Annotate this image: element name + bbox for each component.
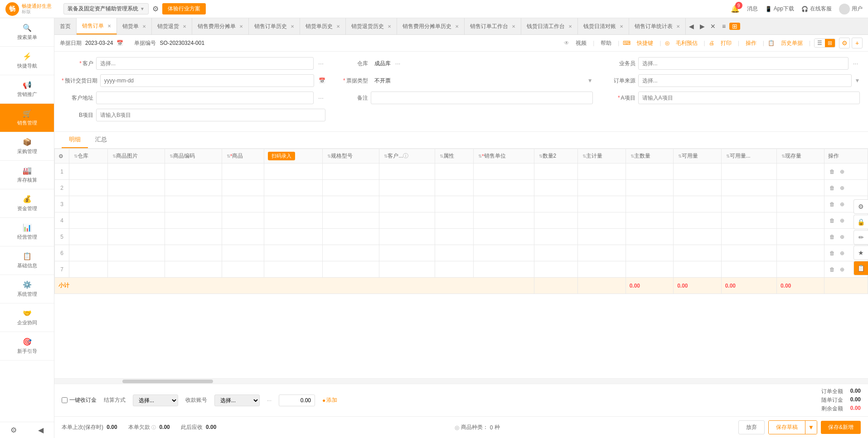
cell-customer-code[interactable] — [379, 196, 435, 212]
add-item-icon[interactable]: + — [852, 38, 863, 48]
tab-nav-menu[interactable]: ≡ — [718, 23, 729, 30]
sidebar-item-stock[interactable]: 🏭 库存核算 — [0, 161, 54, 189]
side-clipboard-icon[interactable]: 📋 — [853, 261, 868, 275]
addr-more-icon[interactable]: ··· — [316, 94, 325, 101]
cell-qty2[interactable] — [534, 180, 578, 196]
sidebar-item-enterprise[interactable]: 🤝 企业协同 — [0, 303, 54, 332]
cell-attr[interactable] — [435, 261, 473, 278]
copy-row-icon[interactable]: ⊕ — [838, 168, 846, 176]
cell-spec[interactable] — [322, 180, 379, 196]
list-view-btn[interactable]: ☰ — [815, 39, 825, 47]
sidebar-item-basic[interactable]: 📋 基础信息 — [0, 246, 54, 275]
cell-customer-code[interactable] — [379, 229, 435, 245]
app-download[interactable]: 📱 App下载 — [765, 5, 794, 13]
tab-nav-close[interactable]: ✕ — [708, 23, 718, 30]
profit-btn[interactable]: 毛利预估 — [673, 39, 700, 48]
tab-close-icon[interactable]: ✕ — [620, 24, 623, 29]
cell-warehouse[interactable] — [69, 164, 108, 180]
history-btn[interactable]: 历史单据 — [778, 39, 805, 48]
cell-product-code[interactable] — [165, 196, 222, 212]
cell-main-qty[interactable] — [626, 229, 674, 245]
cell-attr[interactable] — [435, 196, 473, 212]
copy-row-icon[interactable]: ⊕ — [838, 184, 846, 192]
sidebar-item-marketing[interactable]: 📢 营销推广 — [0, 75, 54, 104]
tab-close-icon[interactable]: ✕ — [336, 24, 340, 29]
delete-row-icon[interactable]: 🗑 — [828, 233, 836, 241]
notification-area[interactable]: 🔔 9 — [731, 5, 740, 13]
cell-qty2[interactable] — [534, 164, 578, 180]
tab-nav-next[interactable]: ▶ — [697, 23, 708, 30]
cell-attr[interactable] — [435, 245, 473, 261]
cell-qty2[interactable] — [534, 196, 578, 212]
salesperson-input[interactable] — [638, 57, 849, 70]
cell-warehouse[interactable] — [69, 196, 108, 212]
system-selector[interactable]: 装备及固定资产辅助管理系统 ▼ — [63, 3, 149, 14]
tab-nav-fullscreen[interactable]: ⊞ — [729, 23, 740, 30]
save-draft-dropdown-btn[interactable]: ▼ — [805, 421, 817, 434]
a-project-input[interactable] — [638, 91, 860, 104]
tab-close-icon[interactable]: ✕ — [142, 24, 146, 29]
cell-main-qty[interactable] — [626, 245, 674, 261]
operation-btn[interactable]: 操作 — [743, 39, 759, 48]
sidebar-item-newguide[interactable]: 🎯 新手引导 — [0, 332, 54, 361]
tab-sales-return-history[interactable]: 销货单历史 ✕ — [300, 18, 346, 34]
tab-close-icon[interactable]: ✕ — [107, 24, 111, 29]
sidebar-item-sales[interactable]: 🛒 销售管理 — [0, 104, 54, 132]
discard-btn[interactable]: 放弃 — [738, 420, 765, 434]
cell-attr[interactable] — [435, 229, 473, 245]
warehouse-more-icon[interactable]: ··· — [393, 60, 402, 67]
cell-product[interactable] — [222, 261, 264, 278]
cell-main-qty[interactable] — [626, 164, 674, 180]
tab-close-icon[interactable]: ✕ — [568, 24, 572, 29]
tab-summary[interactable]: 汇总 — [88, 132, 114, 148]
cell-qty2[interactable] — [534, 229, 578, 245]
cell-spec[interactable] — [322, 261, 379, 278]
tab-close-icon[interactable]: ✕ — [291, 24, 294, 29]
cell-sales-unit[interactable] — [474, 245, 534, 261]
side-lock-icon[interactable]: 🔒 — [853, 215, 868, 229]
sidebar-item-purchase[interactable]: 📦 采购管理 — [0, 132, 54, 161]
copy-row-icon[interactable]: ⊕ — [838, 200, 846, 208]
customer-more-icon[interactable]: ··· — [316, 60, 325, 67]
calendar-icon[interactable]: 📅 — [116, 40, 123, 46]
cell-product-code[interactable] — [165, 164, 222, 180]
print-btn[interactable]: 打印 — [718, 39, 734, 48]
tab-close-icon[interactable]: ✕ — [676, 24, 680, 29]
cell-qty2[interactable] — [534, 245, 578, 261]
cell-sales-unit[interactable] — [474, 180, 534, 196]
settlement-select[interactable]: 选择... — [133, 395, 178, 406]
cell-attr[interactable] — [435, 164, 473, 180]
quick-checkout-checkbox[interactable] — [62, 397, 68, 403]
save-draft-btn[interactable]: 保存草稿 — [769, 421, 805, 434]
cell-warehouse[interactable] — [69, 261, 108, 278]
order-source-dropdown-icon[interactable]: ▼ — [854, 77, 860, 84]
view-btn[interactable]: 视频 — [573, 39, 589, 48]
scan-btn[interactable]: 扫码录入 — [268, 152, 295, 160]
gear-icon[interactable]: ⚙ — [152, 5, 159, 13]
tab-close-icon[interactable]: ✕ — [388, 24, 391, 29]
delete-row-icon[interactable]: 🗑 — [828, 249, 836, 257]
cell-product-code[interactable] — [165, 180, 222, 196]
cell-spec[interactable] — [322, 245, 379, 261]
settings-icon[interactable]: ⚙ — [839, 38, 850, 48]
delete-row-icon[interactable]: 🗑 — [828, 168, 836, 176]
cell-warehouse[interactable] — [69, 212, 108, 229]
cell-main-qty[interactable] — [626, 180, 674, 196]
cell-customer-code[interactable] — [379, 245, 435, 261]
delete-row-icon[interactable]: 🗑 — [828, 217, 836, 225]
invoice-dropdown-icon[interactable]: ▼ — [587, 77, 593, 84]
cell-main-qty[interactable] — [626, 212, 674, 229]
cell-spec[interactable] — [322, 212, 379, 229]
copy-row-icon[interactable]: ⊕ — [838, 249, 846, 257]
copy-row-icon[interactable]: ⊕ — [838, 217, 846, 225]
notification-label[interactable]: 消息 — [747, 5, 758, 13]
cell-sales-unit[interactable] — [474, 261, 534, 278]
cell-product[interactable] — [222, 196, 264, 212]
cell-sales-unit[interactable] — [474, 196, 534, 212]
tab-sales-order-history[interactable]: 销售订单历史 ✕ — [249, 18, 300, 34]
tab-close-icon[interactable]: ✕ — [183, 24, 186, 29]
cell-spec[interactable] — [322, 196, 379, 212]
sidebar-item-quick-nav[interactable]: ⚡ 快捷导航 — [0, 47, 54, 75]
tab-nav-prev[interactable]: ◀ — [686, 23, 697, 30]
tab-sales-order-workbench[interactable]: 销售订单工作台 ✕ — [465, 18, 521, 34]
